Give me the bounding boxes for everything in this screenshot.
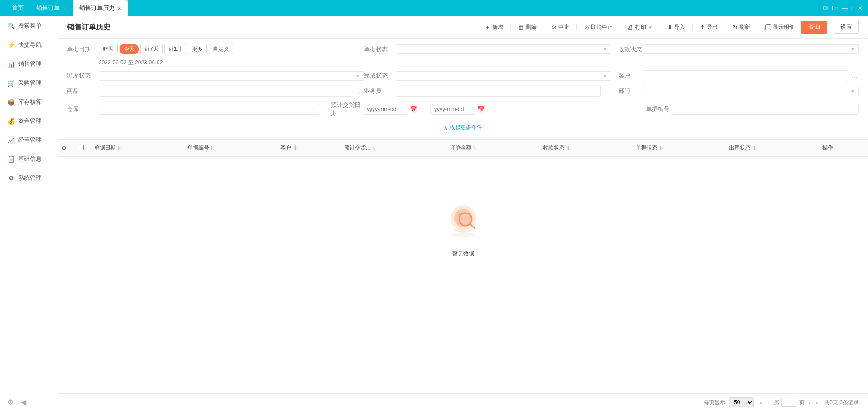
- top-bar-right: OfTEn — □ ✕: [823, 5, 863, 11]
- page-number-input[interactable]: 1: [781, 398, 797, 407]
- divider-8: [758, 24, 758, 30]
- sales-order-tab-close[interactable]: ✕: [62, 5, 67, 11]
- col-receipt-status-sort-icon[interactable]: ⇅: [566, 145, 570, 150]
- page-prev-btn[interactable]: ‹: [766, 398, 772, 407]
- page-next-btn[interactable]: ›: [806, 398, 812, 407]
- salesperson-dots[interactable]: ...: [603, 87, 612, 95]
- complete-status-select[interactable]: ▼: [396, 71, 612, 81]
- query-button[interactable]: 查询: [801, 21, 827, 34]
- divider-1: [510, 24, 511, 30]
- sidebar-item-quick-nav[interactable]: ⚡ 快捷导航: [0, 35, 58, 54]
- col-bill-date-sort-icon[interactable]: ⇅: [117, 145, 121, 150]
- salesperson-control: ...: [396, 86, 612, 97]
- sidebar-item-operations[interactable]: 📈 经营管理: [0, 131, 58, 150]
- col-delivery-date-sort-icon[interactable]: ⇅: [372, 145, 375, 150]
- page-total-text: 共0页,0条记录: [824, 399, 859, 406]
- filter-row-2: 出库状态 ▼ 完成状态 ▼ 客户: [67, 70, 859, 81]
- page-last-btn[interactable]: »: [814, 398, 820, 407]
- col-customer-sort-icon[interactable]: ⇅: [293, 145, 297, 150]
- receipt-status-select[interactable]: ▼: [643, 44, 859, 54]
- sidebar-item-search-menu[interactable]: 🔍 搜索菜单: [0, 16, 58, 35]
- filter-warehouse: 仓库 ...: [67, 104, 331, 115]
- setting-button[interactable]: 设置: [834, 21, 859, 34]
- delete-btn[interactable]: 🗑 删除: [518, 24, 537, 31]
- page-size-label: 每页显示: [704, 399, 725, 406]
- export-btn[interactable]: ⬆ 导出: [700, 24, 718, 31]
- goods-input[interactable]: [99, 86, 353, 97]
- bill-number-input[interactable]: [671, 104, 859, 115]
- outbound-status-select[interactable]: ▼: [99, 71, 364, 81]
- sales-order-history-tab-close[interactable]: ✕: [117, 5, 121, 11]
- customer-input[interactable]: [643, 70, 848, 81]
- sidebar-item-sales-mgmt[interactable]: 📊 销售管理: [0, 54, 58, 73]
- filter-area: 单据日期 昨天 今天 近7天 近1月 更多 自定义 单据状态: [58, 39, 868, 139]
- sidebar-item-sys-mgmt[interactable]: ⚙ 系统管理: [0, 169, 58, 188]
- date-btn-today[interactable]: 今天: [120, 44, 139, 54]
- customer-dots[interactable]: ...: [850, 72, 859, 79]
- department-arrow-icon: ▼: [850, 89, 855, 94]
- warehouse-dots[interactable]: ...: [322, 106, 331, 113]
- page-size-select[interactable]: 50 20 100: [729, 397, 754, 407]
- delivery-date-end[interactable]: [430, 104, 475, 115]
- filter-salesperson: 业务员 ...: [364, 86, 612, 97]
- show-detail-checkbox[interactable]: [765, 24, 771, 30]
- department-select[interactable]: ▼: [643, 87, 859, 96]
- date-btn-1month[interactable]: 近1月: [164, 44, 187, 54]
- print-btn[interactable]: 🖨 打印 ▼: [628, 24, 652, 31]
- col-bill-status-sort-icon[interactable]: ⇅: [659, 145, 663, 150]
- refresh-btn[interactable]: ↻ 刷新: [733, 24, 750, 31]
- sidebar-item-basic-info[interactable]: 📋 基础信息: [0, 150, 58, 169]
- date-btn-custom[interactable]: 自定义: [209, 44, 233, 54]
- delivery-date-control: 📅 — 📅: [363, 104, 639, 115]
- salesperson-input[interactable]: [396, 86, 601, 97]
- col-receipt-status: 收款状态 ⇅: [539, 140, 633, 157]
- delivery-date-start[interactable]: [363, 104, 408, 115]
- close-btn[interactable]: ✕: [858, 5, 863, 11]
- page-first-btn[interactable]: «: [758, 398, 764, 407]
- print-label: 打印: [635, 24, 646, 31]
- col-order-amount-sort-icon[interactable]: ⇅: [473, 145, 476, 150]
- minimize-btn[interactable]: —: [842, 5, 848, 11]
- sidebar-item-label-sys-mgmt: 系统管理: [18, 174, 42, 182]
- bill-status-select[interactable]: ▼: [396, 44, 612, 54]
- goods-label: 商品: [67, 87, 99, 95]
- tab-home[interactable]: 首页: [5, 0, 30, 16]
- delivery-date-end-icon[interactable]: 📅: [477, 106, 484, 113]
- date-btn-more[interactable]: 更多: [188, 44, 207, 54]
- delivery-date-start-icon[interactable]: 📅: [410, 106, 417, 113]
- collapse-label: 收起更多条件: [450, 124, 482, 131]
- warehouse-label: 仓库: [67, 105, 99, 113]
- delivery-date-dash: —: [419, 106, 428, 113]
- date-btn-yesterday[interactable]: 昨天: [99, 44, 118, 54]
- col-customer: 客户 ⇅: [277, 140, 340, 157]
- tab-sales-order-history[interactable]: 销售订单历史 ✕: [73, 0, 128, 16]
- export-label: 导出: [707, 24, 718, 31]
- import-btn[interactable]: ⬇ 导入: [667, 24, 685, 31]
- tab-sales-order[interactable]: 销售订单 ✕: [30, 0, 73, 16]
- collapse-btn[interactable]: ∧ 收起更多条件: [444, 124, 482, 131]
- stop-btn[interactable]: ⊘ 中止: [551, 24, 569, 31]
- top-bar: 首页 销售订单 ✕ 销售订单历史 ✕ OfTEn — □ ✕: [0, 0, 868, 16]
- warehouse-input[interactable]: [99, 104, 320, 115]
- sidebar-settings-icon[interactable]: ⚙: [7, 398, 14, 406]
- export-icon: ⬆: [700, 24, 705, 31]
- new-btn[interactable]: ＋ 新增: [484, 23, 503, 31]
- col-outbound-status-sort-icon[interactable]: ⇅: [752, 145, 756, 150]
- cancel-stop-btn[interactable]: ⊘ 取消中止: [584, 24, 613, 31]
- page-suffix-label: 页: [799, 399, 805, 406]
- table-header-row: ⚙ 单据日期 ⇅ 单据编号 ⇅: [58, 140, 868, 157]
- goods-dots[interactable]: ...: [355, 87, 364, 95]
- new-label: 新增: [492, 24, 503, 31]
- sidebar-collapse-icon[interactable]: ◀: [21, 398, 26, 406]
- sidebar-item-purchase-mgmt[interactable]: 🛒 采购管理: [0, 73, 58, 92]
- bill-date-control: 昨天 今天 近7天 近1月 更多 自定义: [99, 44, 364, 54]
- sidebar-item-finance[interactable]: 💰 资金管理: [0, 111, 58, 131]
- maximize-btn[interactable]: □: [851, 5, 854, 11]
- col-bill-no-sort-icon[interactable]: ⇅: [211, 145, 214, 150]
- empty-state: 暂无数据: [62, 161, 864, 294]
- sidebar-item-inventory[interactable]: 📦 库存核算: [0, 92, 58, 111]
- table-settings-icon[interactable]: ⚙: [62, 145, 67, 151]
- select-all-checkbox[interactable]: [78, 145, 84, 150]
- import-label: 导入: [674, 24, 685, 31]
- date-btn-7days[interactable]: 近7天: [140, 44, 163, 54]
